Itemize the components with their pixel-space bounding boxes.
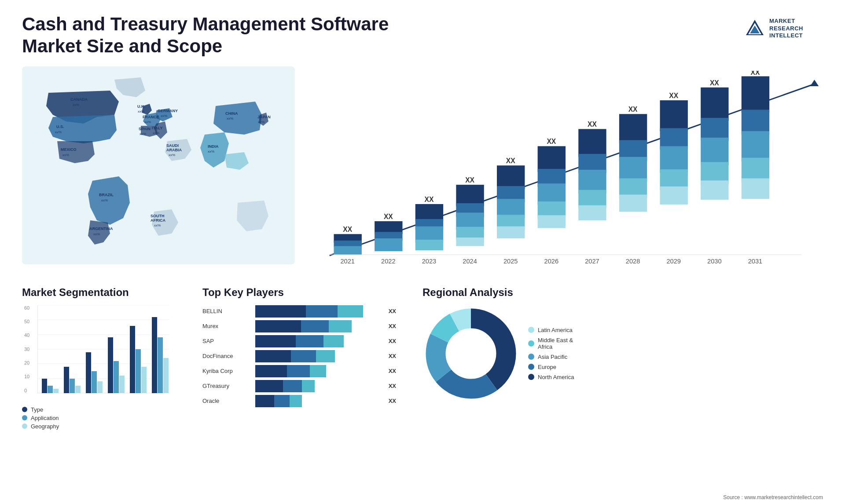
legend-geography-label: Geography (31, 423, 59, 430)
svg-rect-64 (578, 205, 606, 220)
player-bar-gtreasury (255, 380, 382, 392)
legend-middle-east-africa: Middle East &Africa (528, 337, 574, 350)
page-title: Cash and Treasury Management Software Ma… (22, 13, 418, 58)
svg-text:2027: 2027 (585, 257, 599, 264)
svg-rect-115 (119, 376, 125, 393)
segmentation-title: Market Segmentation (22, 286, 180, 299)
svg-rect-112 (97, 381, 103, 393)
player-name-oracle: Oracle (202, 398, 251, 404)
svg-text:2021: 2021 (340, 257, 355, 264)
svg-text:2028: 2028 (626, 257, 640, 264)
player-row-docfinance: DocFinance XX (202, 350, 396, 362)
donut-chart (422, 305, 519, 402)
brazil-label: BRAZIL (99, 193, 114, 197)
seg-chart-svg: 2021 2022 2023 2024 2025 2026 (37, 305, 169, 393)
svg-rect-92 (742, 178, 769, 199)
svg-rect-25 (334, 246, 362, 255)
player-name-murex: Murex (202, 323, 251, 329)
player-value-murex: XX (389, 323, 396, 329)
svg-rect-46 (497, 165, 525, 189)
mexico-label: MEXICO (61, 147, 77, 152)
asia-pacific-label: Asia Pacific (538, 354, 567, 360)
uk-label: U.K. (137, 104, 145, 109)
geography-dot (22, 424, 27, 429)
svg-text:xx%: xx% (227, 117, 233, 121)
svg-text:XX: XX (669, 92, 678, 99)
svg-text:XX: XX (588, 121, 597, 128)
svg-rect-57 (538, 215, 566, 228)
svg-rect-53 (538, 146, 566, 172)
svg-rect-113 (108, 337, 113, 393)
svg-rect-110 (86, 352, 91, 393)
legend-asia-pacific: Asia Pacific (528, 354, 574, 360)
player-name-bellin: BELLIN (202, 308, 251, 314)
bottom-panels: Market Segmentation 60 50 40 30 20 10 0 (22, 286, 823, 440)
argentina-label: ARGENTINA (89, 226, 113, 231)
svg-text:xx%: xx% (62, 153, 69, 157)
players-title: Top Key Players (202, 286, 396, 299)
player-bar-murex (255, 320, 382, 332)
svg-rect-108 (70, 379, 75, 393)
svg-rect-39 (456, 185, 484, 206)
svg-text:xx%: xx% (153, 131, 159, 135)
svg-text:xx%: xx% (208, 150, 214, 153)
svg-text:2023: 2023 (422, 257, 437, 264)
player-name-kyriba: Kyriba Corp (202, 368, 251, 374)
svg-rect-104 (42, 379, 47, 393)
svg-text:xx%: xx% (101, 198, 108, 202)
logo-area: MARKET RESEARCH INTELLECT (744, 13, 823, 44)
svg-text:2022: 2022 (381, 257, 396, 264)
type-dot (22, 407, 27, 412)
svg-text:xx%: xx% (169, 153, 175, 157)
svg-text:2025: 2025 (503, 257, 518, 264)
player-row-murex: Murex XX (202, 320, 396, 332)
europe-label: Europe (538, 364, 556, 370)
svg-text:xx%: xx% (258, 120, 265, 124)
svg-rect-119 (152, 317, 157, 393)
svg-text:XX: XX (425, 196, 434, 203)
canada-label: CANADA (70, 97, 88, 102)
player-value-docfinance: XX (389, 353, 396, 359)
svg-rect-24 (334, 241, 362, 247)
player-value-kyriba: XX (389, 368, 396, 374)
svg-text:xx%: xx% (144, 120, 151, 124)
svg-rect-62 (578, 170, 606, 194)
svg-rect-114 (114, 361, 119, 393)
segmentation-legend: Type Application Geography (22, 406, 180, 430)
legend-application-label: Application (31, 415, 59, 421)
svg-rect-82 (701, 118, 728, 141)
svg-rect-120 (158, 337, 163, 393)
japan-label: JAPAN (257, 115, 271, 119)
middle-east-dot (528, 340, 534, 347)
world-map-section: CANADA xx% U.S. xx% MEXICO xx% BRAZIL xx… (22, 66, 295, 278)
player-row-kyriba: Kyriba Corp XX (202, 365, 396, 377)
svg-rect-116 (130, 326, 135, 393)
svg-rect-88 (742, 76, 769, 113)
svg-rect-50 (497, 226, 525, 238)
svg-rect-74 (660, 100, 688, 131)
legend-application: Application (22, 415, 180, 421)
spain-label: SPAIN (139, 127, 151, 131)
player-row-bellin: BELLIN XX (202, 305, 396, 318)
svg-text:ARABIA: ARABIA (166, 148, 182, 152)
north-america-label: North America (538, 374, 574, 380)
segmentation-chart: 60 50 40 30 20 10 0 (37, 305, 180, 402)
player-row-sap: SAP XX (202, 335, 396, 347)
svg-rect-43 (456, 237, 484, 246)
page-container: Cash and Treasury Management Software Ma… (0, 0, 845, 504)
south-africa-label: SOUTH (151, 214, 165, 218)
svg-text:2026: 2026 (544, 257, 559, 264)
players-panel: Top Key Players BELLIN XX Murex (189, 286, 409, 440)
logo-icon (744, 18, 766, 40)
germany-label: GERMANY (158, 109, 178, 113)
saudi-label: SAUDI (166, 143, 179, 148)
svg-text:XX: XX (628, 106, 638, 113)
svg-text:XX: XX (343, 226, 352, 233)
svg-point-133 (446, 329, 496, 379)
player-name-gtreasury: GTreasury (202, 383, 251, 389)
svg-text:AFRICA: AFRICA (151, 218, 165, 223)
svg-rect-33 (415, 204, 443, 221)
bar-chart-section: XX 2021 XX 2022 XX 2023 (308, 66, 823, 278)
legend-north-america: North America (528, 374, 574, 380)
player-value-sap: XX (389, 338, 396, 344)
